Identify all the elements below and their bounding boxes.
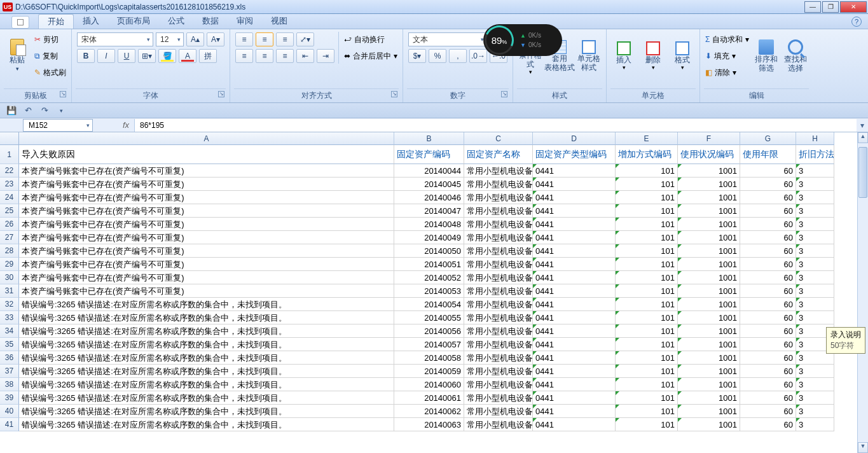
column-header-C[interactable]: C: [464, 132, 533, 145]
cell[interactable]: 1001: [678, 218, 740, 231]
scroll-down-button[interactable]: ▼: [858, 442, 868, 453]
autosum-button[interactable]: Σ 自动求和 ▾: [704, 32, 750, 47]
cell[interactable]: 20140061: [394, 391, 464, 405]
cell[interactable]: 常用小型机电设备: [464, 338, 533, 351]
cell[interactable]: 20140060: [394, 378, 464, 391]
font-size-combo[interactable]: 12: [156, 32, 184, 46]
cell[interactable]: 3: [796, 405, 834, 418]
cell[interactable]: 20140056: [394, 324, 464, 338]
row-header[interactable]: 36: [0, 351, 19, 365]
cell[interactable]: 20140063: [394, 418, 464, 431]
cell[interactable]: 常用小型机电设备: [464, 204, 533, 218]
cell[interactable]: 101: [616, 231, 678, 244]
cell[interactable]: 60: [740, 298, 796, 311]
cell[interactable]: 60: [740, 178, 796, 191]
cell[interactable]: 0441: [533, 258, 616, 271]
cell[interactable]: 20140051: [394, 258, 464, 271]
fill-button[interactable]: ⬇ 填充 ▾: [704, 48, 750, 64]
cell[interactable]: 60: [740, 351, 796, 365]
cell[interactable]: 1001: [678, 191, 740, 204]
row-header[interactable]: 34: [0, 324, 19, 338]
cell[interactable]: 3: [796, 365, 834, 378]
scroll-thumb[interactable]: [858, 147, 867, 198]
cell[interactable]: 20140055: [394, 311, 464, 324]
align-middle-button[interactable]: ≡: [256, 32, 273, 46]
cell[interactable]: 101: [616, 191, 678, 204]
dialog-launcher[interactable]: ↘: [501, 91, 507, 97]
cell[interactable]: 101: [616, 338, 678, 351]
find-select-button[interactable]: 查找和 选择: [782, 32, 809, 80]
cell[interactable]: 错误编号:3265 错误描述:在对应所需名称或序数的集合中，未找到项目。: [19, 311, 394, 324]
cell[interactable]: 错误编号:3265 错误描述:在对应所需名称或序数的集合中，未找到项目。: [19, 324, 394, 338]
cell[interactable]: 3: [796, 284, 834, 298]
row-header[interactable]: 37: [0, 365, 19, 378]
cell-styles-button[interactable]: 单元格 样式: [575, 32, 602, 80]
cell[interactable]: 0441: [533, 311, 616, 324]
cell[interactable]: 60: [740, 258, 796, 271]
cell[interactable]: 0441: [533, 324, 616, 338]
header-cell[interactable]: 使用年限: [740, 145, 796, 164]
cell[interactable]: 0441: [533, 231, 616, 244]
align-top-button[interactable]: ≡: [235, 32, 253, 46]
cell[interactable]: 本资产编号账套中已存在(资产编号不可重复): [19, 258, 394, 271]
cell[interactable]: 60: [740, 365, 796, 378]
cell[interactable]: 错误编号:3265 错误描述:在对应所需名称或序数的集合中，未找到项目。: [19, 405, 394, 418]
row-header[interactable]: 26: [0, 218, 19, 231]
cell[interactable]: 1001: [678, 391, 740, 405]
cell[interactable]: 1001: [678, 324, 740, 338]
merge-center-button[interactable]: ⬌ 合并后居中 ▾: [343, 48, 399, 64]
border-button[interactable]: ⊞▾: [138, 49, 156, 63]
cell[interactable]: 本资产编号账套中已存在(资产编号不可重复): [19, 191, 394, 204]
cell[interactable]: 60: [740, 191, 796, 204]
cell[interactable]: 20140044: [394, 164, 464, 178]
cell[interactable]: 1001: [678, 378, 740, 391]
cell[interactable]: 20140045: [394, 178, 464, 191]
cell[interactable]: 0441: [533, 298, 616, 311]
align-center-button[interactable]: ≡: [256, 49, 273, 63]
cell[interactable]: 本资产编号账套中已存在(资产编号不可重复): [19, 284, 394, 298]
cell[interactable]: 1001: [678, 365, 740, 378]
cell[interactable]: 1001: [678, 311, 740, 324]
phonetic-button[interactable]: 拼: [199, 49, 217, 63]
cell[interactable]: 101: [616, 271, 678, 284]
cell[interactable]: 3: [796, 271, 834, 284]
cell[interactable]: 0441: [533, 378, 616, 391]
cell[interactable]: 1001: [678, 244, 740, 258]
cell[interactable]: 0441: [533, 204, 616, 218]
cell[interactable]: 101: [616, 351, 678, 365]
cell[interactable]: 20140046: [394, 191, 464, 204]
column-header-A[interactable]: A: [19, 132, 394, 145]
expand-formula-bar-button[interactable]: ▾: [857, 121, 868, 130]
indent-inc-button[interactable]: ⇥: [317, 49, 334, 63]
cell[interactable]: 1001: [678, 418, 740, 431]
cell[interactable]: 常用小型机电设备: [464, 191, 533, 204]
cell[interactable]: 本资产编号账套中已存在(资产编号不可重复): [19, 178, 394, 191]
cell[interactable]: 20140048: [394, 218, 464, 231]
currency-button[interactable]: $▾: [408, 49, 426, 63]
row-header[interactable]: 35: [0, 338, 19, 351]
font-name-combo[interactable]: 宋体: [77, 32, 153, 46]
cell[interactable]: 3: [796, 244, 834, 258]
cell[interactable]: 常用小型机电设备: [464, 231, 533, 244]
cell[interactable]: 20140049: [394, 231, 464, 244]
cell[interactable]: 101: [616, 391, 678, 405]
ribbon-tab-6[interactable]: 视图: [262, 14, 296, 29]
column-header-E[interactable]: E: [616, 132, 678, 145]
cell[interactable]: 0441: [533, 178, 616, 191]
cell[interactable]: 60: [740, 405, 796, 418]
restore-button[interactable]: ❐: [822, 1, 839, 13]
close-button[interactable]: ✕: [840, 1, 867, 13]
header-cell[interactable]: 增加方式编码: [616, 145, 678, 164]
vertical-scrollbar[interactable]: ▲ ▼: [857, 132, 868, 453]
dialog-launcher[interactable]: ↘: [391, 91, 397, 97]
cell[interactable]: 3: [796, 298, 834, 311]
underline-button[interactable]: U: [118, 49, 135, 63]
column-header-G[interactable]: G: [740, 132, 796, 145]
cell[interactable]: 常用小型机电设备: [464, 418, 533, 431]
orientation-button[interactable]: ⤢▾: [296, 32, 314, 46]
cell[interactable]: 20140047: [394, 204, 464, 218]
cell[interactable]: 20140053: [394, 284, 464, 298]
percent-button[interactable]: %: [429, 49, 446, 63]
minimize-button[interactable]: —: [804, 1, 821, 13]
cell[interactable]: 60: [740, 284, 796, 298]
